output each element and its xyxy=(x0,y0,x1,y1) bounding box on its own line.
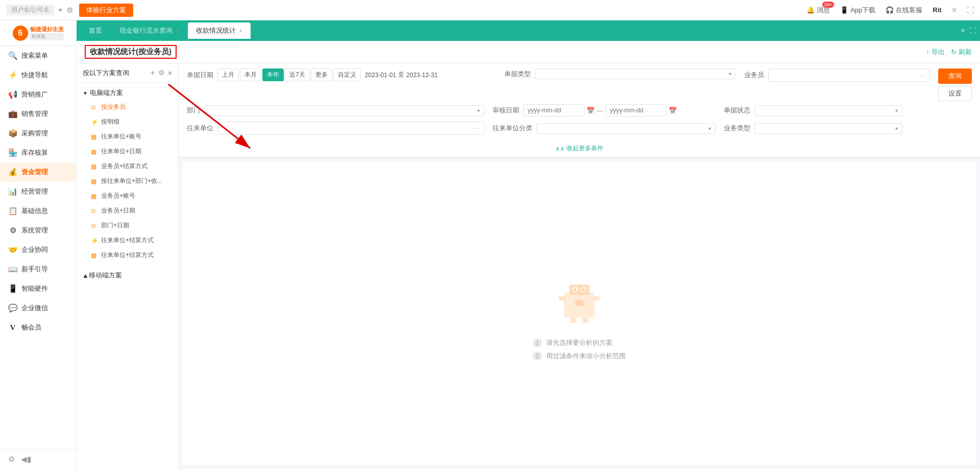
tab-restore-icon[interactable]: ⛶ xyxy=(969,27,976,35)
scheme-collapse-icon[interactable]: « xyxy=(168,68,172,78)
sidebar: 6 畅捷通好生意 标准版 🔍 搜索菜单 ⚡ 快捷导航 xyxy=(0,20,77,469)
main-content: 按以下方案查询 + ⚙ « ▼ 电脑端方案 xyxy=(77,63,980,469)
scheme-item-salesperson-account[interactable]: ▦ 业务员+账号 xyxy=(77,189,178,203)
salesperson-group: 业务员 ··· xyxy=(744,68,930,82)
collapse-sidebar-icon[interactable]: ◀▮ xyxy=(21,455,31,464)
system-icon: ⚙ xyxy=(8,226,17,235)
scheme-group-desktop-title[interactable]: ▼ 电脑端方案 xyxy=(77,86,178,100)
audit-to-calendar-icon[interactable]: 📅 xyxy=(669,107,677,114)
sidebar-item-search[interactable]: 🔍 搜索菜单 xyxy=(0,46,76,65)
sidebar-item-marketing[interactable]: 📢 营销推广 xyxy=(0,85,76,104)
scheme-item-partner-settlement2[interactable]: ▦ 往来单位+结算方式 xyxy=(77,248,178,263)
sidebar-item-purchase[interactable]: 📦 采购管理 xyxy=(0,124,76,143)
sidebar-label-sales: 销售管理 xyxy=(21,109,48,119)
salesperson-select[interactable]: ··· xyxy=(768,68,930,82)
scheme-item-partner-settlement1[interactable]: ⚡ 往来单位+结算方式 xyxy=(77,233,178,248)
scheme-settings-icon[interactable]: ⚙ xyxy=(158,68,165,78)
empty-state-area: 1 请先选择要分析的方案 2 用过滤条件来缩小分析范围 xyxy=(183,162,976,465)
svg-rect-7 xyxy=(559,296,565,300)
voucher-type-select[interactable]: ▾ xyxy=(535,68,736,79)
audit-from-calendar-icon[interactable]: 📅 xyxy=(586,107,595,114)
partner-select[interactable]: ··· xyxy=(217,122,484,135)
dropdown-arrow-icon[interactable]: ▾ xyxy=(59,6,62,14)
sidebar-item-system[interactable]: ⚙ 系统管理 xyxy=(0,221,76,240)
tab-close-all-icon[interactable]: × xyxy=(961,26,965,35)
query-btn[interactable]: 查询 xyxy=(938,68,972,84)
app-download-area[interactable]: 📱 App下载 xyxy=(840,6,875,15)
refresh-icon: ↻ xyxy=(951,48,957,56)
partner-category-select[interactable]: ▾ xyxy=(536,123,716,134)
sidebar-item-inventory[interactable]: 🏪 库存核算 xyxy=(0,143,76,162)
scheme-item-partner-dept[interactable]: ▦ 按往来单位+部门+收... xyxy=(77,174,178,189)
scheme-item-icon-sd: ⊙ xyxy=(91,207,98,215)
scheme-item-dept-date[interactable]: ⊙ 部门+日期 xyxy=(77,218,178,233)
date-btn-this-month[interactable]: 本月 xyxy=(240,68,261,81)
tab-receipt-stats[interactable]: 收款情况统计 × xyxy=(188,22,250,39)
svg-point-5 xyxy=(582,288,585,291)
biz-type-select[interactable]: ▾ xyxy=(754,123,902,134)
scheme-item-icon-ss: ▦ xyxy=(91,163,98,170)
sidebar-item-hardware[interactable]: 📱 智能硬件 xyxy=(0,279,76,298)
sidebar-item-wechat[interactable]: 💬 企业微信 xyxy=(0,298,76,318)
collab-icon: 🤝 xyxy=(8,245,17,254)
scheme-item-partner-account[interactable]: ▦ 往来单位+账号 xyxy=(77,129,178,144)
audit-date-to[interactable] xyxy=(605,104,667,116)
audit-date-from[interactable] xyxy=(523,104,584,116)
biz-type-group: 业务类型 ▾ xyxy=(724,123,902,134)
date-btn-custom[interactable]: 自定义 xyxy=(333,68,361,81)
logo-icon: 6 xyxy=(13,26,28,41)
maximize-icon[interactable]: ⛶ xyxy=(967,6,974,14)
scheme-item-salesperson-date[interactable]: ⊙ 业务员+日期 xyxy=(77,203,178,218)
date-btn-this-year[interactable]: 本年 xyxy=(262,68,284,81)
date-btn-7days[interactable]: 近7天 xyxy=(285,68,310,81)
trial-btn[interactable]: 体验行业方案 xyxy=(79,4,133,17)
salesperson-dots[interactable]: ··· xyxy=(919,71,925,79)
tab-receipt-stats-close[interactable]: × xyxy=(239,28,242,34)
sidebar-label-purchase: 采购管理 xyxy=(21,129,48,138)
inventory-icon: 🏪 xyxy=(8,148,17,157)
tab-home-label: 首页 xyxy=(89,26,102,35)
sidebar-item-member[interactable]: V 畅会员 xyxy=(0,318,76,337)
sidebar-item-finance[interactable]: 💰 资金管理 xyxy=(0,162,76,182)
online-service-area[interactable]: 🎧 在线客服 xyxy=(886,6,922,15)
tab-home[interactable]: 首页 xyxy=(81,22,110,39)
scheme-group-arrow: ▼ xyxy=(83,90,88,96)
scheme-item-icon-sa: ▦ xyxy=(91,193,98,200)
scheme-add-icon[interactable]: + xyxy=(151,68,155,78)
user-name[interactable]: Rit xyxy=(933,6,941,14)
scheme-item-by-salesperson[interactable]: ⊙ 按业务员 xyxy=(77,100,178,114)
refresh-btn[interactable]: ↻ 刷新 xyxy=(951,48,972,57)
dept-select[interactable]: ▾ xyxy=(204,105,484,116)
headset-icon: 🎧 xyxy=(886,6,894,14)
close-window-icon[interactable]: × xyxy=(952,6,957,15)
sidebar-item-sales[interactable]: 💼 销售管理 xyxy=(0,104,76,124)
notification-area[interactable]: 🔔 消息 99+ xyxy=(806,6,830,15)
sidebar-item-quicknav[interactable]: ⚡ 快捷导航 xyxy=(0,65,76,85)
tab-bank-flow[interactable]: 现金银行流水查询 × xyxy=(111,22,187,39)
scheme-group-mobile-title[interactable]: ▶ 移动端方案 xyxy=(77,269,178,282)
scheme-item-by-detail[interactable]: ⚡ 按明细 xyxy=(77,114,178,129)
sidebar-item-guide[interactable]: 📖 新手引导 xyxy=(0,260,76,279)
gear-icon[interactable]: ⚙ xyxy=(66,6,73,15)
export-btn[interactable]: ↑ 导出 xyxy=(926,48,945,57)
audit-date-input-group: 📅 — 📅 xyxy=(523,104,677,116)
phone-icon: 📱 xyxy=(840,6,848,14)
date-btn-last-month[interactable]: 上月 xyxy=(217,68,239,81)
collapse-btn[interactable]: ∧∧ 收起更多条件 xyxy=(555,144,603,153)
settings-btn[interactable]: 设置 xyxy=(938,86,972,101)
scheme-item-partner-date[interactable]: ▦ 往来单位+日期 xyxy=(77,144,178,159)
scheme-item-salesperson-settlement[interactable]: ▦ 业务员+结算方式 xyxy=(77,159,178,174)
date-btn-more[interactable]: 更多 xyxy=(311,68,332,81)
partner-more-icon[interactable]: ··· xyxy=(474,124,480,132)
settings-bottom-icon[interactable]: ⚙ xyxy=(8,455,15,464)
sidebar-item-basic[interactable]: 📋 基础信息 xyxy=(0,201,76,221)
sidebar-item-operations[interactable]: 📊 经营管理 xyxy=(0,182,76,201)
tab-bank-flow-close[interactable]: × xyxy=(176,28,179,34)
quicknav-icon: ⚡ xyxy=(8,71,17,80)
query-panel: 单据日期 上月 本月 本年 近7天 更多 自定义 xyxy=(179,63,980,469)
voucher-status-select[interactable]: ▾ xyxy=(754,105,902,116)
filter-row-2: 部门 ▾ 审核日期 xyxy=(187,104,972,116)
scheme-header: 按以下方案查询 + ⚙ « xyxy=(77,63,178,83)
sidebar-item-collab[interactable]: 🤝 企业协同 xyxy=(0,240,76,260)
sidebar-label-search: 搜索菜单 xyxy=(21,51,48,60)
